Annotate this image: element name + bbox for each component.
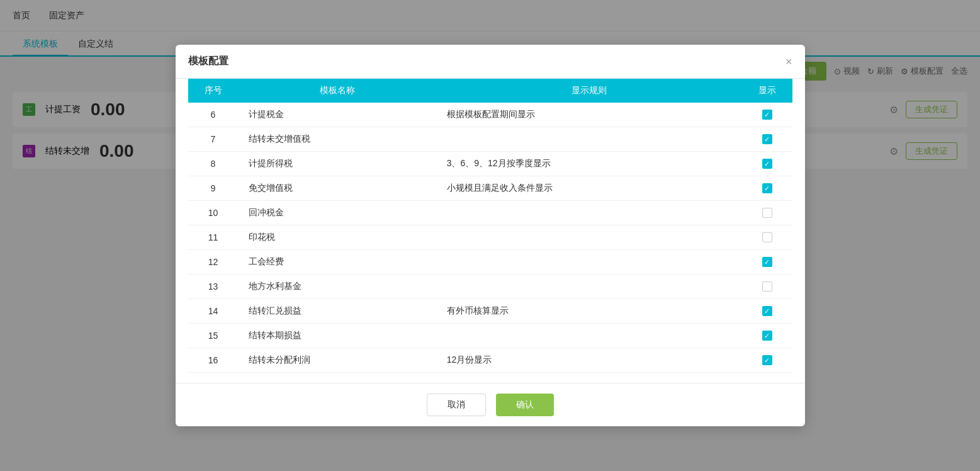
- cell-checkbox: [742, 127, 792, 152]
- modal-header: 模板配置 ×: [176, 45, 805, 79]
- table-row: 9免交增值税小规模且满足收入条件显示: [188, 176, 792, 201]
- cell-name: 免交增值税: [239, 176, 437, 201]
- cell-rule: 12月份显示: [437, 348, 742, 373]
- cell-checkbox: [742, 275, 792, 299]
- cell-name: 结转本期损益: [239, 324, 437, 348]
- checkbox-row-9[interactable]: [762, 183, 772, 193]
- cell-rule: [437, 275, 742, 299]
- cell-rule: [437, 250, 742, 275]
- cell-checkbox: [742, 250, 792, 275]
- cell-checkbox: [742, 152, 792, 176]
- cell-checkbox: [742, 201, 792, 225]
- checkbox-row-6[interactable]: [762, 110, 772, 120]
- cell-checkbox: [742, 299, 792, 324]
- checkbox-row-11[interactable]: [762, 232, 772, 242]
- table-row: 14结转汇兑损益有外币核算显示: [188, 299, 792, 324]
- checkbox-row-14[interactable]: [762, 306, 772, 316]
- cell-name: 地方水利基金: [239, 275, 437, 299]
- cell-id: 13: [188, 275, 239, 299]
- table-row: 15结转本期损益: [188, 324, 792, 348]
- cell-id: 10: [188, 201, 239, 225]
- cell-name: 工会经费: [239, 250, 437, 275]
- cell-id: 16: [188, 348, 239, 373]
- table-row: 10回冲税金: [188, 201, 792, 225]
- modal-overlay: 模板配置 × 序号 模板名称 显示规则 显示 6计提税金根据模板配置期间显示7结…: [0, 0, 980, 471]
- cell-id: 7: [188, 127, 239, 152]
- cell-checkbox: [742, 176, 792, 201]
- checkbox-row-12[interactable]: [762, 257, 772, 267]
- cell-rule: 3、6、9、12月按季度显示: [437, 152, 742, 176]
- col-header-rule: 显示规则: [437, 79, 742, 103]
- checkbox-row-7[interactable]: [762, 134, 772, 144]
- confirm-button[interactable]: 确认: [496, 394, 554, 416]
- cell-id: 15: [188, 324, 239, 348]
- cell-checkbox: [742, 348, 792, 373]
- cell-rule: 有外币核算显示: [437, 299, 742, 324]
- table-header-row: 序号 模板名称 显示规则 显示: [188, 79, 792, 103]
- modal-template-config: 模板配置 × 序号 模板名称 显示规则 显示 6计提税金根据模板配置期间显示7结…: [176, 45, 805, 426]
- cell-rule: [437, 201, 742, 225]
- cell-name: 计提税金: [239, 103, 437, 127]
- col-header-display: 显示: [742, 79, 792, 103]
- cell-id: 8: [188, 152, 239, 176]
- cell-id: 14: [188, 299, 239, 324]
- table-row: 7结转未交增值税: [188, 127, 792, 152]
- modal-title: 模板配置: [188, 55, 228, 68]
- cell-name: 结转汇兑损益: [239, 299, 437, 324]
- cell-id: 6: [188, 103, 239, 127]
- modal-close-button[interactable]: ×: [786, 56, 792, 67]
- cell-rule: [437, 225, 742, 250]
- checkbox-row-13[interactable]: [762, 281, 772, 292]
- cell-id: 9: [188, 176, 239, 201]
- cell-rule: 小规模且满足收入条件显示: [437, 176, 742, 201]
- cell-checkbox: [742, 324, 792, 348]
- checkbox-row-16[interactable]: [762, 355, 772, 365]
- table-row: 11印花税: [188, 225, 792, 250]
- cell-checkbox: [742, 103, 792, 127]
- col-header-name: 模板名称: [239, 79, 437, 103]
- table-row: 12工会经费: [188, 250, 792, 275]
- table-row: 16结转未分配利润12月份显示: [188, 348, 792, 373]
- checkbox-row-15[interactable]: [762, 331, 772, 341]
- cell-name: 结转未分配利润: [239, 348, 437, 373]
- cell-id: 11: [188, 225, 239, 250]
- col-header-id: 序号: [188, 79, 239, 103]
- table-row: 8计提所得税3、6、9、12月按季度显示: [188, 152, 792, 176]
- config-table: 序号 模板名称 显示规则 显示 6计提税金根据模板配置期间显示7结转未交增值税8…: [188, 79, 792, 373]
- cell-name: 印花税: [239, 225, 437, 250]
- table-row: 6计提税金根据模板配置期间显示: [188, 103, 792, 127]
- cell-checkbox: [742, 225, 792, 250]
- cell-name: 结转未交增值税: [239, 127, 437, 152]
- cell-name: 回冲税金: [239, 201, 437, 225]
- cell-rule: [437, 127, 742, 152]
- modal-body: 序号 模板名称 显示规则 显示 6计提税金根据模板配置期间显示7结转未交增值税8…: [176, 79, 805, 383]
- cell-rule: 根据模板配置期间显示: [437, 103, 742, 127]
- cell-id: 12: [188, 250, 239, 275]
- cell-rule: [437, 324, 742, 348]
- cancel-button[interactable]: 取消: [427, 394, 486, 416]
- table-row: 13地方水利基金: [188, 275, 792, 299]
- cell-name: 计提所得税: [239, 152, 437, 176]
- checkbox-row-8[interactable]: [762, 159, 772, 169]
- checkbox-row-10[interactable]: [762, 208, 772, 218]
- modal-footer: 取消 确认: [176, 383, 805, 426]
